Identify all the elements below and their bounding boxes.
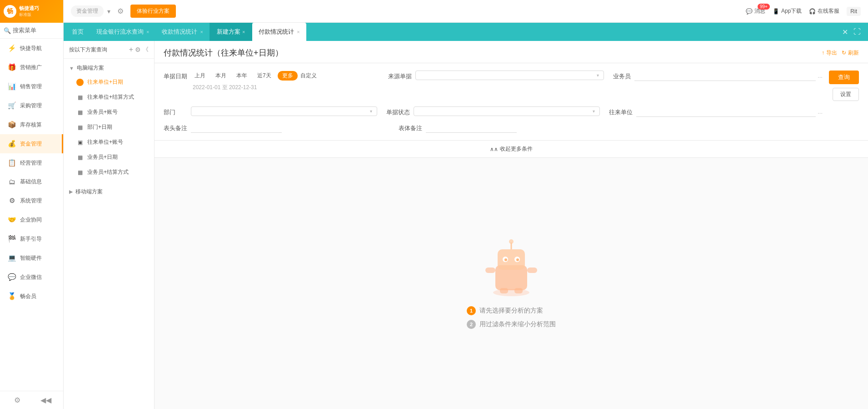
empty-area: 1 请先选择要分析的方案 2 用过滤条件来缩小分析范围 [155, 158, 868, 409]
topbar-gear-btn[interactable]: ⚙ [114, 5, 127, 18]
sidebar-search[interactable]: 🔍 搜索菜单 [0, 23, 63, 39]
basic-icon: 🗂 [7, 178, 16, 186]
topbar-trial-btn[interactable]: 体验行业方案 [130, 5, 176, 18]
plan-partner-settle[interactable]: ▦ 往来单位+结算方式 [64, 90, 154, 105]
mobile-arrow-icon: ▶ [69, 189, 73, 195]
filter-row-3: 表头备注 表体备注 [164, 122, 859, 133]
date-btn-last-month[interactable]: 上月 [191, 71, 209, 81]
active-indicator [76, 79, 84, 86]
tab-receipt[interactable]: 收款情况统计 × [155, 23, 209, 41]
mobile-section: ▶ 移动端方案 [64, 182, 154, 201]
topbar-breadcrumb: 资金管理 [71, 5, 104, 17]
sidebar-item-system[interactable]: ⚙ 系统管理 [0, 191, 63, 210]
tab-close-all-icon[interactable]: ✕ [840, 26, 850, 38]
left-panel-add-btn[interactable]: + [129, 45, 133, 54]
sidebar-settings-btn[interactable]: ⚙ [5, 396, 30, 404]
plan-partner-date[interactable]: 往来单位+日期 [64, 75, 154, 90]
tab-bank[interactable]: 现金银行流水查询 × [90, 23, 155, 41]
tab-payment-close[interactable]: × [297, 29, 299, 35]
plan-salesman-date[interactable]: ▦ 业务员+日期 [64, 150, 154, 165]
topbar-app-btn[interactable]: 📱 App下载 [773, 7, 802, 15]
export-btn[interactable]: ↑ 导出 [822, 49, 837, 57]
salesman-more-btn[interactable]: ... [818, 72, 823, 79]
sidebar-item-funds[interactable]: 💰 资金管理 [0, 134, 63, 153]
sidebar-item-marketing[interactable]: 🎁 营销推广 [0, 58, 63, 77]
sidebar-footer: ⚙ ◀◀ [0, 391, 63, 409]
date-btn-more[interactable]: 更多 [278, 71, 298, 81]
msg-icon: 💬 [746, 8, 753, 15]
tab-home[interactable]: 首页 [65, 23, 90, 41]
tab-payment[interactable]: 付款情况统计 × [252, 23, 306, 41]
page-header: 付款情况统计（往来单位+日期） ↑ 导出 ↻ 刷新 [155, 41, 868, 63]
plan-icon: ▦ [76, 109, 84, 116]
salesman-input[interactable] [634, 71, 816, 81]
left-panel-actions: + ⚙ 《 [129, 45, 149, 54]
date-label: 单据日期 [164, 71, 191, 81]
plan-salesman-settle[interactable]: ▦ 业务员+结算方式 [64, 165, 154, 180]
sidebar-item-business[interactable]: 📋 经营管理 [0, 153, 63, 172]
right-panel: 付款情况统计（往来单位+日期） ↑ 导出 ↻ 刷新 单据日期 [155, 41, 868, 409]
svg-rect-11 [500, 288, 508, 293]
tab-bank-close[interactable]: × [146, 29, 149, 35]
left-panel-title: 按以下方案查询 [69, 46, 107, 54]
plan-salesman-account[interactable]: ▦ 业务员+账号 [64, 105, 154, 120]
body-note-input[interactable] [426, 122, 517, 133]
voucher-status-arrow-icon: ▾ [593, 109, 595, 114]
sidebar-item-hardware[interactable]: 💻 智能硬件 [0, 248, 63, 268]
tab-expand-icon[interactable]: ⛶ [852, 26, 863, 38]
partner-more-btn[interactable]: ... [818, 108, 823, 115]
sidebar-item-sales[interactable]: 📊 销售管理 [0, 77, 63, 96]
tabs-bar: 首页 现金银行流水查询 × 收款情况统计 × 新建方案 × 付款情况统计 × ✕… [64, 23, 868, 41]
sidebar-item-basic[interactable]: 🗂 基础信息 [0, 172, 63, 191]
header-note-label: 表头备注 [164, 122, 191, 132]
tab-new-close[interactable]: × [242, 29, 245, 35]
refresh-btn[interactable]: ↻ 刷新 [842, 49, 859, 57]
filter-settings-btn[interactable]: 设置 [833, 88, 859, 101]
topbar-msg-btn[interactable]: 💬 消息 99+ [746, 7, 765, 15]
date-btn-this-month[interactable]: 本月 [212, 71, 230, 81]
source-label: 来源单据 [379, 71, 415, 81]
query-btn[interactable]: 查询 [829, 71, 859, 84]
topbar-user-avatar[interactable]: Rit [847, 7, 861, 16]
tab-new[interactable]: 新建方案 × [210, 23, 252, 41]
date-btn-last7[interactable]: 近7天 [254, 71, 275, 81]
sidebar-item-shortcut[interactable]: ⚡ 快捷导航 [0, 39, 63, 58]
voucher-status-label: 单据状态 [377, 106, 414, 116]
tab-receipt-close[interactable]: × [200, 29, 203, 35]
date-btn-this-year[interactable]: 本年 [233, 71, 251, 81]
plan-partner-account[interactable]: ▣ 往来单位+账号 [64, 135, 154, 150]
app-icon: 📱 [773, 8, 779, 15]
sidebar-item-inventory[interactable]: 📦 库存核算 [0, 115, 63, 134]
source-select[interactable]: ▾ [415, 71, 604, 80]
left-panel-collapse-btn[interactable]: 《 [143, 45, 149, 54]
desktop-arrow-icon: ▼ [69, 66, 74, 71]
inventory-icon: 📦 [7, 121, 16, 129]
desktop-section-title[interactable]: ▼ 电脑端方案 [64, 61, 154, 75]
date-custom-btn[interactable]: 自定义 [300, 72, 317, 80]
dept-select-input[interactable]: ▾ [191, 106, 377, 116]
partner-input[interactable] [636, 106, 816, 117]
voucher-status-select-input[interactable]: ▾ [414, 106, 600, 116]
header-note-input[interactable] [191, 122, 282, 133]
left-panel-header: 按以下方案查询 + ⚙ 《 [64, 41, 154, 59]
sidebar-item-corp[interactable]: 🤝 企业协同 [0, 210, 63, 229]
topbar-service-btn[interactable]: 🎧 在线客服 [809, 7, 839, 15]
sidebar-item-purchase[interactable]: 🛒 采购管理 [0, 96, 63, 115]
source-select-input[interactable]: ▾ [415, 71, 604, 80]
dept-select-arrow-icon: ▾ [370, 109, 372, 114]
mobile-section-title[interactable]: ▶ 移动端方案 [64, 185, 154, 198]
plan-dept-date[interactable]: ▦ 部门+日期 [64, 120, 154, 135]
hint-num-1: 1 [467, 306, 476, 315]
dept-select[interactable]: ▾ [191, 106, 377, 116]
voucher-status-select[interactable]: ▾ [414, 106, 600, 116]
refresh-icon: ↻ [842, 50, 846, 56]
sidebar-collapse-btn[interactable]: ◀◀ [34, 396, 59, 404]
collapse-btn[interactable]: ∧∧ 收起更多条件 [490, 145, 533, 153]
robot-container [482, 238, 541, 297]
sidebar-item-guide[interactable]: 🏁 新手引导 [0, 229, 63, 248]
sidebar: 畅 畅捷通巧 标准版 🔍 搜索菜单 ⚡ 快捷导航 🎁 营销推广 📊 销售管理 🛒… [0, 0, 64, 409]
business-icon: 📋 [7, 159, 16, 167]
left-panel-settings-btn[interactable]: ⚙ [135, 46, 141, 53]
sidebar-item-wechat[interactable]: 💬 企业微信 [0, 268, 63, 287]
sidebar-item-member[interactable]: 🏅 畅会员 [0, 287, 63, 306]
